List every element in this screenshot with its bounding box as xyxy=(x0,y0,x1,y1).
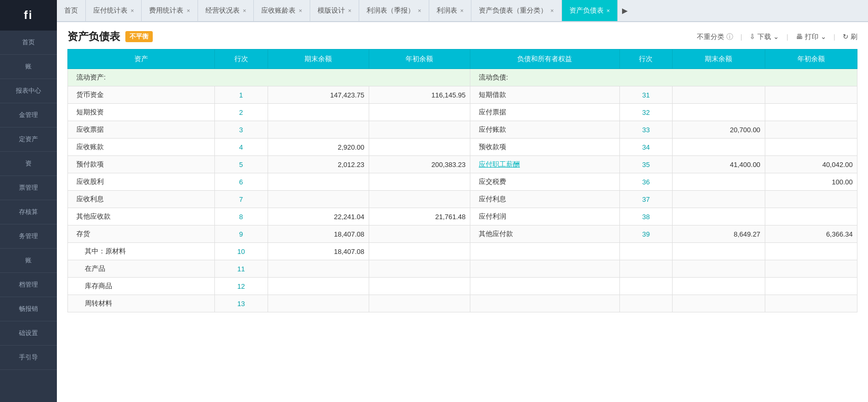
tab-receivable-aging-close[interactable]: × xyxy=(299,7,302,14)
sidebar-item-bill[interactable]: 票管理 xyxy=(0,176,57,200)
right-label xyxy=(470,260,619,278)
left-end-balance: 2,012.23 xyxy=(268,156,369,173)
sidebar-item-settings[interactable]: 础设置 xyxy=(0,321,57,346)
right-row-num: 34 xyxy=(619,139,673,156)
tab-home-label: 首页 xyxy=(64,6,78,15)
tab-home[interactable]: 首页 xyxy=(57,0,86,22)
left-begin-balance xyxy=(369,191,470,208)
tab-expense-stats-label: 费用统计表 xyxy=(149,6,183,15)
right-row-num: 33 xyxy=(619,121,673,139)
right-begin-balance xyxy=(765,295,857,312)
tab-balance[interactable]: 资产负债表 × xyxy=(562,0,618,22)
tab-expense-stats[interactable]: 费用统计表 × xyxy=(142,0,198,22)
left-row-num: 5 xyxy=(214,156,268,173)
sidebar-item-inventory[interactable]: 存核算 xyxy=(0,200,57,224)
sidebar-item-home[interactable]: 首页 xyxy=(0,31,57,55)
sidebar-item-guide[interactable]: 手引导 xyxy=(0,346,57,370)
right-end-balance xyxy=(673,86,765,104)
right-begin-balance xyxy=(765,139,857,156)
page-title-text: 资产负债表 xyxy=(67,30,120,44)
sidebar-item-archive[interactable]: 档管理 xyxy=(0,273,57,297)
left-end-balance xyxy=(268,260,369,278)
right-label: 其他应付款 xyxy=(470,225,619,243)
left-begin-balance xyxy=(369,243,470,260)
left-end-balance xyxy=(268,278,369,295)
right-begin-balance: 100.00 xyxy=(765,173,857,191)
table-row: 应收票据 3 应付账款 33 20,700.00 xyxy=(68,121,857,139)
tab-template-design-close[interactable]: × xyxy=(348,7,351,14)
tab-expense-stats-close[interactable]: × xyxy=(186,7,190,14)
left-end-balance xyxy=(268,104,369,121)
tab-profit-quarterly-label: 利润表（季报） xyxy=(367,6,415,15)
col-begin-balance-right: 年初余额 xyxy=(765,50,857,69)
table-row: 预付款项 5 2,012.23 200,383.23 应付职工薪酬 35 41,… xyxy=(68,156,857,173)
help-icon: ⓘ xyxy=(726,32,733,42)
tab-receivable-aging[interactable]: 应收账龄表 × xyxy=(254,0,310,22)
sidebar-item-report-center[interactable]: 报表中心 xyxy=(0,79,57,103)
tab-balance-reclassified[interactable]: 资产负债表（重分类） × xyxy=(471,0,561,22)
left-label: 应收利息 xyxy=(68,191,215,208)
tab-balance-label: 资产负债表 xyxy=(569,6,604,15)
tab-profit-quarterly[interactable]: 利润表（季报） × xyxy=(359,0,429,22)
page-header: 资产负债表 不平衡 不重分类 ⓘ | ⇩ 下载 ⌄ | 🖶 打印 ⌄ xyxy=(57,22,868,49)
no-reclassify-btn[interactable]: 不重分类 ⓘ xyxy=(697,32,733,42)
col-begin-balance-left: 年初余额 xyxy=(369,50,470,69)
tab-profit[interactable]: 利润表 × xyxy=(429,0,471,22)
tab-operation-status-close[interactable]: × xyxy=(243,7,246,14)
left-row-num: 1 xyxy=(214,86,268,104)
right-end-balance: 41,400.00 xyxy=(673,156,765,173)
left-label: 在产品 xyxy=(68,260,215,278)
right-end-balance: 8,649.27 xyxy=(673,225,765,243)
table-row: 应收股利 6 应交税费 36 100.00 xyxy=(68,173,857,191)
sidebar-item-fund[interactable]: 金管理 xyxy=(0,103,57,128)
print-chevron-icon: ⌄ xyxy=(821,33,826,41)
left-begin-balance xyxy=(369,104,470,121)
sidebar-item-fixed-assets[interactable]: 定资产 xyxy=(0,128,57,152)
left-row-num: 8 xyxy=(214,208,268,225)
download-btn[interactable]: ⇩ 下载 ⌄ xyxy=(749,32,779,42)
left-label: 应收股利 xyxy=(68,173,215,191)
left-row-num: 11 xyxy=(214,260,268,278)
right-begin-balance: 6,366.34 xyxy=(765,225,857,243)
sidebar-item-account[interactable]: 账 xyxy=(0,55,57,79)
right-row-num: 38 xyxy=(619,208,673,225)
table-row: 应收利息 7 应付利息 37 xyxy=(68,191,857,208)
balance-sheet-table: 资产 行次 期末余额 年初余额 负债和所有者权益 行次 期末余额 年初余额 流动… xyxy=(67,49,857,312)
sidebar-item-capital[interactable]: 资 xyxy=(0,152,57,176)
main-area: 首页 应付统计表 × 费用统计表 × 经营状况表 × 应收账龄表 × 模版设计 … xyxy=(57,0,868,402)
right-row-num xyxy=(619,260,673,278)
right-label: 应付职工薪酬 xyxy=(470,156,619,173)
left-row-num: 9 xyxy=(214,225,268,243)
left-label: 短期投资 xyxy=(68,104,215,121)
left-row-num: 3 xyxy=(214,121,268,139)
table-row: 库存商品 12 xyxy=(68,278,857,295)
page-content: 资产负债表 不平衡 不重分类 ⓘ | ⇩ 下载 ⌄ | 🖶 打印 ⌄ xyxy=(57,22,868,402)
tab-balance-close[interactable]: × xyxy=(607,7,610,14)
sidebar-item-tax[interactable]: 务管理 xyxy=(0,224,57,249)
tab-payable-stats-close[interactable]: × xyxy=(131,7,134,14)
print-btn[interactable]: 🖶 打印 ⌄ xyxy=(796,32,826,42)
tab-balance-reclassified-close[interactable]: × xyxy=(550,7,554,14)
refresh-icon: ↻ xyxy=(843,33,849,41)
tab-profit-quarterly-close[interactable]: × xyxy=(418,7,421,14)
tab-scroll-right[interactable]: ▶ xyxy=(618,0,632,22)
left-end-balance: 22,241.04 xyxy=(268,208,369,225)
right-label: 应交税费 xyxy=(470,173,619,191)
left-label: 货币资金 xyxy=(68,86,215,104)
right-begin-balance xyxy=(765,208,857,225)
sidebar-item-expense[interactable]: 畅报销 xyxy=(0,297,57,321)
tab-template-design[interactable]: 模版设计 × xyxy=(310,0,359,22)
left-begin-balance: 21,761.48 xyxy=(369,208,470,225)
tab-profit-close[interactable]: × xyxy=(460,7,463,14)
sidebar-item-ledger[interactable]: 账 xyxy=(0,249,57,273)
tab-payable-stats[interactable]: 应付统计表 × xyxy=(86,0,142,22)
right-end-balance xyxy=(673,278,765,295)
left-row-num: 4 xyxy=(214,139,268,156)
refresh-btn[interactable]: ↻ 刷 xyxy=(843,32,857,42)
left-label: 其他应收款 xyxy=(68,208,215,225)
tab-receivable-aging-label: 应收账龄表 xyxy=(261,6,295,15)
left-row-num: 7 xyxy=(214,191,268,208)
left-end-balance xyxy=(268,173,369,191)
balance-sheet-table-wrap: 资产 行次 期末余额 年初余额 负债和所有者权益 行次 期末余额 年初余额 流动… xyxy=(57,49,868,323)
tab-operation-status[interactable]: 经营状况表 × xyxy=(198,0,254,22)
